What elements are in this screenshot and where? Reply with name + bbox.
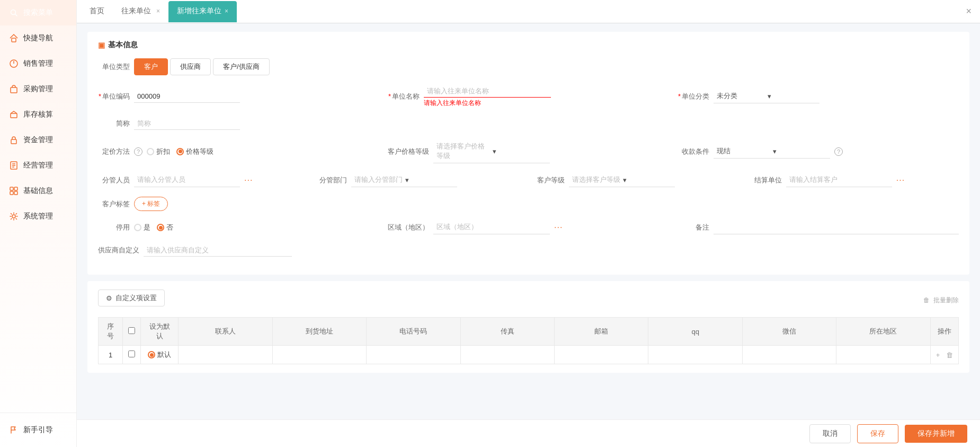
payment-condition-select[interactable]: 现结 ▾ — [714, 144, 830, 159]
pricing-method-field: 定价方法 ? 折扣 价格等级 — [98, 147, 379, 156]
email-input[interactable] — [560, 351, 643, 359]
disabled-yes-radio[interactable]: 是 — [134, 223, 150, 232]
type-btn-customer[interactable]: 客户 — [134, 58, 168, 75]
row-checkbox[interactable] — [123, 346, 141, 364]
supervisor-more[interactable]: ··· — [244, 176, 253, 185]
row-qq[interactable] — [648, 346, 743, 364]
row-address[interactable] — [272, 346, 366, 364]
custom-settings-button[interactable]: ⚙ 自定义项设置 — [98, 290, 165, 306]
unit-name-input[interactable] — [424, 85, 551, 98]
pricing-row: 定价方法 ? 折扣 价格等级 — [98, 139, 959, 163]
tab-partner[interactable]: 往来单位 × — [113, 1, 168, 22]
col-contact: 联系人 — [179, 318, 272, 346]
type-btn-supplier[interactable]: 供应商 — [170, 58, 211, 75]
pricing-help-icon[interactable]: ? — [134, 147, 142, 156]
customer-price-level-select[interactable]: 请选择客户价格等级 ▾ — [433, 139, 550, 163]
fax-input[interactable] — [466, 351, 549, 359]
svg-line-1 — [15, 14, 17, 16]
contact-input[interactable] — [184, 351, 266, 359]
row-wechat[interactable] — [742, 346, 836, 364]
sidebar-item-sales-label: 销售管理 — [23, 59, 53, 68]
chart-icon — [8, 58, 19, 69]
customer-tag-label: 客户标签 — [98, 199, 130, 209]
save-button[interactable]: 保存 — [857, 424, 898, 443]
disabled-no-radio[interactable]: 否 — [157, 223, 173, 232]
sidebar-item-finance[interactable]: 资金管理 — [0, 127, 76, 153]
phone-input[interactable] — [372, 351, 455, 359]
row-add-button[interactable]: + — [936, 351, 940, 359]
address-input[interactable] — [278, 351, 361, 359]
region-more[interactable]: ··· — [554, 223, 563, 232]
section-title: ▣ 基本信息 — [98, 40, 959, 50]
pricing-level-radio[interactable]: 价格等级 — [176, 147, 213, 156]
row-contact[interactable] — [179, 346, 272, 364]
supplier-custom-input[interactable] — [144, 244, 292, 257]
unit-code-name-row: 单位编码 单位名称 请输入往来单位名称 单位分类 未分类 ▾ — [98, 85, 959, 108]
tab-home[interactable]: 首页 — [81, 1, 113, 22]
box-icon — [8, 109, 19, 120]
pricing-discount-radio[interactable]: 折扣 — [147, 147, 170, 156]
sidebar-item-operations[interactable]: 经营管理 — [0, 153, 76, 178]
wechat-input[interactable] — [748, 351, 831, 359]
abbr-input[interactable] — [134, 117, 240, 130]
sidebar: 搜索菜单 快捷导航 销售管理 采购管理 库存核算 资金管理 经营管理 — [0, 0, 77, 447]
col-checkbox[interactable] — [123, 318, 141, 346]
settlement-input[interactable] — [786, 173, 892, 186]
qq-input[interactable] — [654, 351, 737, 359]
col-email: 邮箱 — [555, 318, 648, 346]
sidebar-item-purchase-label: 采购管理 — [23, 84, 53, 94]
default-radio[interactable]: 默认 — [146, 350, 173, 360]
region-table-input[interactable] — [842, 351, 924, 359]
sidebar-item-inventory-label: 库存核算 — [23, 110, 53, 119]
svg-rect-5 — [11, 113, 17, 118]
sidebar-item-system[interactable]: 系统管理 — [0, 204, 76, 229]
sidebar-item-inventory[interactable]: 库存核算 — [0, 102, 76, 127]
row-region[interactable] — [836, 346, 930, 364]
type-btn-both[interactable]: 客户/供应商 — [213, 58, 270, 75]
tabbar-close-button[interactable]: × — [961, 6, 976, 17]
row-delete-button[interactable]: 🗑 — [946, 351, 953, 359]
default-radio-circle — [148, 351, 155, 358]
sidebar-item-basic[interactable]: 基础信息 — [0, 178, 76, 204]
select-all-checkbox[interactable] — [128, 327, 135, 334]
tab-new-partner[interactable]: 新增往来单位 × — [168, 1, 237, 22]
department-select[interactable]: 请输入分管部门 ▾ — [351, 173, 457, 187]
row-phone[interactable] — [367, 346, 460, 364]
disabled-row: 停用 是 否 区 — [98, 221, 959, 234]
tag-add-button[interactable]: + 标签 — [134, 197, 168, 211]
customer-level-select[interactable]: 请选择客户等级 ▾ — [569, 173, 675, 187]
basic-info-section: ▣ 基本信息 单位类型 客户 供应商 客户/供应商 单位编码 — [87, 32, 969, 275]
svg-rect-11 — [10, 187, 13, 190]
remarks-input[interactable] — [714, 221, 959, 233]
save-new-button[interactable]: 保存并新增 — [905, 425, 967, 443]
disabled-yes-circle — [134, 224, 141, 231]
tab-new-partner-close[interactable]: × — [225, 7, 228, 15]
tab-partner-close[interactable]: × — [156, 7, 160, 15]
table-row: 1 默认 — [99, 346, 959, 364]
sidebar-item-guide-label: 新手引导 — [23, 425, 53, 435]
customer-price-level-field: 客户价格等级 请选择客户价格等级 ▾ — [388, 139, 669, 163]
col-address: 到货地址 — [272, 318, 366, 346]
sidebar-item-search[interactable]: 搜索菜单 — [0, 0, 76, 25]
settlement-more[interactable]: ··· — [896, 176, 905, 185]
batch-delete-button[interactable]: 🗑 批量删除 — [923, 296, 959, 305]
cancel-button[interactable]: 取消 — [809, 424, 851, 443]
sidebar-item-sales[interactable]: 销售管理 — [0, 51, 76, 76]
abbr-field: 简称 — [98, 117, 289, 130]
supervisor-input[interactable] — [134, 173, 240, 186]
department-chevron: ▾ — [405, 176, 454, 184]
sidebar-item-purchase[interactable]: 采购管理 — [0, 76, 76, 102]
payment-help-icon[interactable]: ? — [834, 147, 843, 156]
default-radio-dot — [150, 353, 154, 357]
row-checkbox-input[interactable] — [128, 350, 135, 357]
sidebar-item-guide[interactable]: 新手引导 — [0, 417, 76, 443]
unit-category-select[interactable]: 未分类 ▾ — [714, 89, 819, 103]
region-input[interactable] — [433, 221, 550, 233]
customer-level-field: 客户等级 请选择客户等级 ▾ — [533, 173, 742, 187]
row-email[interactable] — [555, 346, 648, 364]
grid-icon — [8, 186, 19, 196]
unit-code-input[interactable] — [134, 90, 240, 103]
row-fax[interactable] — [460, 346, 554, 364]
sidebar-item-quick-nav[interactable]: 快捷导航 — [0, 25, 76, 51]
customer-level-label: 客户等级 — [533, 176, 565, 185]
